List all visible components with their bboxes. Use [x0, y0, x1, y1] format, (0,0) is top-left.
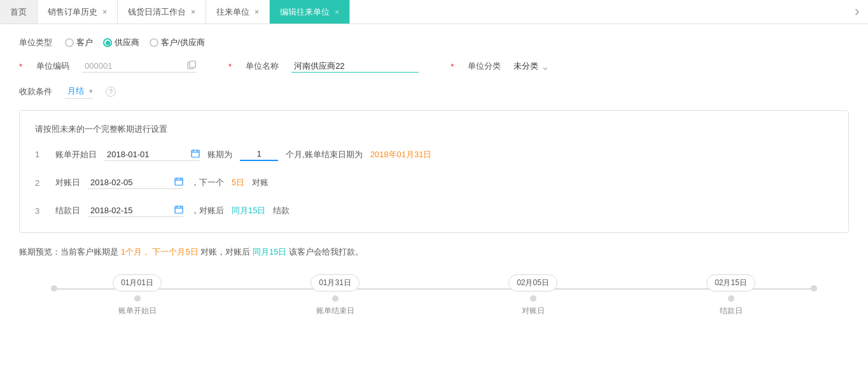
tab-edit-partner-close[interactable]: × [335, 8, 339, 17]
tab-sales-history-close[interactable]: × [102, 8, 107, 17]
unit-name-required: * [228, 62, 232, 71]
question-icon[interactable]: ? [106, 87, 116, 97]
timeline-badge-1: 01月01日 [113, 274, 162, 292]
period-suffix-1: 个月,账单结束日期为 [286, 149, 363, 160]
unit-code-field [82, 60, 197, 73]
unit-type-radio-group: 客户 供应商 客户/供应商 [65, 37, 205, 48]
timeline-end-dot [811, 285, 817, 292]
period-num-3: 3 [35, 206, 48, 216]
preview-label: 账期预览：当前客户账期是 [19, 247, 118, 257]
timeline-node-1: 01月01日 账单开始日 [38, 274, 236, 316]
tab-home-label: 首页 [10, 6, 27, 18]
radio-both[interactable]: 客户/供应商 [150, 37, 205, 48]
timeline-dot-2 [332, 295, 339, 302]
period-date-2-input[interactable] [88, 176, 174, 188]
period-title: 请按照未来的一个完整帐期进行设置 [35, 123, 833, 135]
period-date-3-input[interactable] [88, 204, 174, 216]
payment-row: 收款条件 月结 ▾ ? [19, 84, 849, 99]
timeline-badge-3: 02月05日 [508, 274, 557, 292]
calendar-icon-2[interactable] [174, 177, 183, 188]
period-prefix-3: ，对账后 [191, 205, 224, 216]
radio-supplier-circle [103, 38, 112, 47]
period-num-1: 1 [35, 150, 48, 159]
tabs-bar: 首页 销售订单历史 × 钱货日清工作台 × 往来单位 × 编辑往来单位 × [0, 0, 868, 24]
unit-code-required: * [19, 62, 22, 71]
calendar-icon-1[interactable] [191, 149, 200, 160]
svg-rect-1 [190, 61, 195, 67]
chevron-right-icon [854, 9, 860, 15]
tab-edit-partner[interactable]: 编辑往来单位 × [270, 0, 350, 24]
period-row-2: 2 对账日 ，下一个 5日 对账 [35, 176, 833, 189]
timeline-dot-3 [530, 295, 536, 302]
unit-type-row: 单位类型 客户 供应商 客户/供应商 [19, 37, 849, 48]
tab-partner-close[interactable]: × [255, 8, 259, 17]
period-suffix-pre-1: 账期为 [207, 149, 232, 160]
timeline-dot-4 [728, 295, 734, 302]
timeline-node-4: 02月15日 结款日 [632, 274, 830, 316]
tabs-arrow[interactable] [846, 0, 868, 24]
payment-label: 收款条件 [19, 86, 52, 97]
classify-chevron-icon: ⌄ [541, 60, 549, 73]
tab-partner-label: 往来单位 [216, 6, 249, 18]
timeline-dot-1 [134, 295, 141, 302]
unit-info-row: * 单位编码 * 单位名称 * 单位分类 未分类 ⌄ [19, 60, 849, 73]
timeline-label-2: 账单结束日 [316, 306, 354, 316]
unit-name-label: 单位名称 [246, 60, 279, 72]
unit-code-label: 单位编码 [36, 60, 69, 72]
radio-customer-label: 客户 [76, 37, 93, 48]
unit-classify-select[interactable]: 未分类 ⌄ [514, 60, 549, 73]
unit-type-label: 单位类型 [19, 37, 52, 48]
tab-sales-history[interactable]: 销售订单历史 × [38, 0, 118, 24]
timeline-label-1: 账单开始日 [118, 306, 157, 316]
tab-cash-work-close[interactable]: × [191, 8, 195, 17]
period-highlight-3: 同月15日 [232, 205, 265, 216]
copy-icon[interactable] [186, 60, 197, 72]
period-row-3: 3 结款日 ，对账后 同月15日 结款 [35, 204, 833, 217]
period-date-3-field [88, 204, 183, 217]
period-suffix-3: 结款 [273, 205, 290, 216]
period-row-1: 1 账单开始日 账期为 个月,账单结束日期为 2018年01月31日 [35, 148, 833, 161]
payment-value: 月结 [65, 84, 87, 98]
period-months-input[interactable] [240, 148, 278, 161]
timeline-nodes: 01月01日 账单开始日 01月31日 账单结束日 02月05日 对账日 02月… [38, 274, 830, 316]
page-content: 单位类型 客户 供应商 客户/供应商 * 单位编码 [0, 24, 868, 387]
period-label-1: 账单开始日 [55, 149, 97, 160]
tab-edit-partner-label: 编辑往来单位 [280, 6, 330, 18]
payment-select[interactable]: 月结 ▾ [65, 84, 93, 99]
svg-rect-6 [175, 178, 183, 185]
timeline-node-3: 02月05日 对账日 [434, 274, 632, 316]
tab-cash-work-label: 钱货日清工作台 [128, 6, 186, 18]
period-suffix-2: 对账 [252, 177, 269, 188]
timeline-badge-4: 02月15日 [706, 274, 755, 292]
tab-home[interactable]: 首页 [0, 0, 38, 24]
calendar-icon-3[interactable] [174, 205, 183, 216]
period-highlight-2: 5日 [232, 177, 244, 188]
timeline-start-dot [51, 285, 57, 292]
unit-classify-required: * [451, 62, 454, 71]
timeline: 01月01日 账单开始日 01月31日 账单结束日 02月05日 对账日 02月… [19, 274, 849, 316]
period-end-date-1: 2018年01月31日 [370, 149, 432, 160]
tab-cash-work[interactable]: 钱货日清工作台 × [118, 0, 206, 24]
tab-sales-history-label: 销售订单历史 [48, 6, 97, 18]
timeline-left-dot [51, 285, 57, 292]
svg-rect-10 [175, 206, 183, 213]
unit-name-input[interactable] [291, 60, 419, 73]
timeline-label-3: 对账日 [522, 306, 545, 316]
tab-partner[interactable]: 往来单位 × [206, 0, 270, 24]
unit-classify-label: 单位分类 [468, 60, 501, 72]
unit-code-input[interactable] [82, 60, 186, 72]
preview-part1: 1个月， [121, 247, 150, 257]
radio-supplier[interactable]: 供应商 [103, 37, 139, 48]
radio-supplier-label: 供应商 [115, 37, 139, 48]
radio-customer[interactable]: 客户 [65, 37, 93, 48]
period-num-2: 2 [35, 178, 48, 188]
preview-end: 该客户会给我打款。 [289, 247, 363, 257]
preview-text: 账期预览：当前客户账期是 1个月， 下一个月5日 对账，对账后 同月15日 该客… [19, 246, 849, 259]
radio-customer-circle [65, 38, 74, 47]
preview-part2: 下一个月5日 [152, 247, 198, 257]
timeline-label-4: 结款日 [720, 306, 743, 316]
svg-rect-2 [192, 150, 199, 157]
period-prefix-2: ，下一个 [191, 177, 224, 188]
radio-both-circle [150, 38, 158, 47]
period-date-1-input[interactable] [104, 148, 191, 160]
